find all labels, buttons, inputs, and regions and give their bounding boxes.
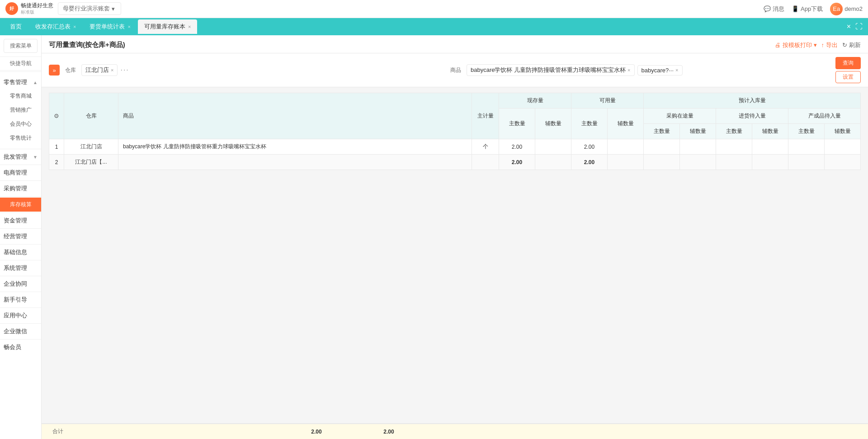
sidebar-item-operations[interactable]: 经营管理 xyxy=(0,230,41,243)
logo-sub: 标准版 xyxy=(21,9,53,15)
cell-pt-sub-1 xyxy=(680,139,716,155)
refresh-label: 刷新 xyxy=(849,41,861,49)
avatar: Ea xyxy=(830,3,843,15)
tab-stock-summary[interactable]: 收发存汇总表 × xyxy=(29,19,82,34)
footer-values: 2.00 2.00 xyxy=(298,429,407,435)
tab-order-stats[interactable]: 要货单统计表 × xyxy=(83,19,137,34)
sidebar-item-newbie-label: 新手引导 xyxy=(4,296,27,304)
export-icon: ↑ xyxy=(821,42,825,48)
tab-home-label: 首页 xyxy=(10,23,22,31)
cell-available-main-2: 2.00 xyxy=(571,155,608,170)
table-row: 1 江北门店 babycare学饮杯 儿童防摔防撞吸管杯重力球吸嘴杯宝宝水杯 个… xyxy=(49,139,861,155)
tab-available-stock[interactable]: 可用量库存账本 × xyxy=(138,19,197,34)
footer-label: 合计 xyxy=(49,428,63,435)
top-bar-left: 好 畅捷通好生意 标准版 母婴行业演示账套 ▾ xyxy=(5,2,121,15)
sidebar-item-enterprise-wechat[interactable]: 企业微信 xyxy=(0,325,41,338)
tab-stock-summary-close[interactable]: × xyxy=(73,24,76,29)
sidebar-item-inventory[interactable]: 库存核算 xyxy=(0,198,41,212)
cell-warehouse-2: 江北门店【... xyxy=(64,155,118,170)
content-area: 可用量查询(按仓库+商品) 🖨 按模板打印 ▾ ↑ 导出 ↻ 刷新 xyxy=(42,35,868,439)
print-icon: 🖨 xyxy=(775,42,781,48)
sidebar-item-ecommerce-label: 电商管理 xyxy=(4,169,27,177)
sidebar-item-basic-info[interactable]: 基础信息 xyxy=(0,245,41,259)
cell-unit-1: 个 xyxy=(472,139,499,155)
product-tag-2[interactable]: babycare?··· × xyxy=(637,65,683,76)
app-download-button[interactable]: 📱 App下载 xyxy=(792,5,823,13)
warehouse-tag-text: 江北门店 xyxy=(85,66,109,74)
user-profile[interactable]: Ea demo2 xyxy=(830,3,863,15)
industry-selector[interactable]: 母婴行业演示账套 ▾ xyxy=(58,2,121,15)
tab-order-stats-close[interactable]: × xyxy=(127,24,130,29)
chevron-up-icon: ▲ xyxy=(33,80,38,85)
cell-current-main-1: 2.00 xyxy=(499,139,535,155)
sidebar-group-retail-label: 零售管理 xyxy=(4,78,27,86)
search-menu-button[interactable]: 搜索菜单 xyxy=(4,39,38,53)
cell-current-sub-1 xyxy=(535,139,571,155)
sidebar-item-system[interactable]: 系统管理 xyxy=(0,261,41,275)
cell-available-main-1: 2.00 xyxy=(571,139,608,155)
filter-toggle-icon: » xyxy=(52,67,56,74)
sidebar-item-ecommerce[interactable]: 电商管理 xyxy=(0,166,41,179)
sidebar-item-newbie[interactable]: 新手引导 xyxy=(0,293,41,307)
gear-icon[interactable]: ⚙ xyxy=(54,113,59,119)
sidebar-item-finance[interactable]: 资金管理 xyxy=(0,214,41,227)
tab-home[interactable]: 首页 xyxy=(4,19,28,34)
product-tag-1[interactable]: babycare学饮杯 儿童防摔防撞吸管杯重力球吸嘴杯宝宝水杯 × xyxy=(467,64,635,76)
col-settings: ⚙ xyxy=(49,93,64,139)
tab-available-stock-close[interactable]: × xyxy=(188,24,191,29)
window-maximize-button[interactable]: ⛶ xyxy=(855,23,863,31)
sidebar-item-marketing[interactable]: 营销推广 xyxy=(0,103,41,117)
sidebar-item-quick-nav[interactable]: 快捷导航 xyxy=(0,57,41,71)
export-button[interactable]: ↑ 导出 xyxy=(821,41,838,49)
col-pa-main-header: 主数量 xyxy=(716,124,752,139)
sidebar-divider-3 xyxy=(0,165,41,165)
warehouse-tag-remove[interactable]: × xyxy=(111,67,113,73)
sidebar-item-retail-mall[interactable]: 零售商城 xyxy=(0,89,41,103)
sidebar-divider-1 xyxy=(0,71,41,72)
user-name: demo2 xyxy=(844,5,863,12)
sidebar-divider-8 xyxy=(0,244,41,245)
sidebar-item-members[interactable]: 会员中心 xyxy=(0,117,41,131)
cell-pa-sub-1 xyxy=(752,139,788,155)
col-available-sub-header: 辅数量 xyxy=(608,109,644,139)
setting-button[interactable]: 设置 xyxy=(835,71,861,83)
sidebar-item-members-club[interactable]: 畅会员 xyxy=(0,340,41,354)
product-tag-2-remove[interactable]: × xyxy=(675,67,678,73)
col-prod-main-header: 主数量 xyxy=(788,124,825,139)
filter-toggle-button[interactable]: » xyxy=(49,65,60,76)
sidebar-item-enterprise-collab[interactable]: 企业协同 xyxy=(0,277,41,291)
page-header: 可用量查询(按仓库+商品) 🖨 按模板打印 ▾ ↑ 导出 ↻ 刷新 xyxy=(42,35,868,53)
sidebar-item-finance-label: 资金管理 xyxy=(4,217,27,225)
cell-current-main-2: 2.00 xyxy=(499,155,535,170)
chevron-down-icon: ▾ xyxy=(112,5,115,12)
warehouse-tags-area: 江北门店 × ··· xyxy=(81,64,445,76)
cell-index-1: 1 xyxy=(49,139,64,155)
avatar-text: Ea xyxy=(833,5,840,12)
cell-pt-main-2 xyxy=(644,155,680,170)
sidebar-divider-14 xyxy=(0,339,41,340)
sidebar-divider-7 xyxy=(0,228,41,229)
col-current-stock-header: 现存量 xyxy=(499,93,571,109)
tab-order-stats-label: 要货单统计表 xyxy=(90,23,125,31)
logo-icon: 好 xyxy=(5,2,18,15)
sidebar-item-wholesale[interactable]: 批发管理 ▼ xyxy=(0,150,41,164)
print-button[interactable]: 🖨 按模板打印 ▾ xyxy=(775,41,817,49)
query-button[interactable]: 查询 xyxy=(835,57,861,69)
message-button[interactable]: 💬 消息 xyxy=(764,5,784,13)
sidebar-item-basic-info-label: 基础信息 xyxy=(4,248,27,256)
more-filters-button[interactable]: ··· xyxy=(120,66,129,74)
refresh-button[interactable]: ↻ 刷新 xyxy=(842,41,861,49)
sidebar-group-retail-title[interactable]: 零售管理 ▲ xyxy=(0,76,41,89)
col-production-arrival-header: 产成品待入量 xyxy=(788,109,861,124)
sidebar-item-app-center[interactable]: 应用中心 xyxy=(0,309,41,322)
logo-area: 好 畅捷通好生意 标准版 xyxy=(5,2,53,15)
warehouse-tag[interactable]: 江北门店 × xyxy=(81,64,118,76)
data-table: ⚙ 仓库 商品 主计量 现存量 可用量 预计入库量 主数量 辅数量 主数量 辅数… xyxy=(49,93,861,170)
footer-available-main: 2.00 xyxy=(371,429,407,435)
product-tag-1-remove[interactable]: × xyxy=(627,67,630,73)
window-close-button[interactable]: × xyxy=(847,23,851,31)
sidebar-item-retail-stats[interactable]: 零售统计 xyxy=(0,131,41,145)
sidebar-item-purchase[interactable]: 采购管理 xyxy=(0,182,41,195)
cell-available-sub-1 xyxy=(608,139,644,155)
cell-prod-sub-2 xyxy=(825,155,861,170)
